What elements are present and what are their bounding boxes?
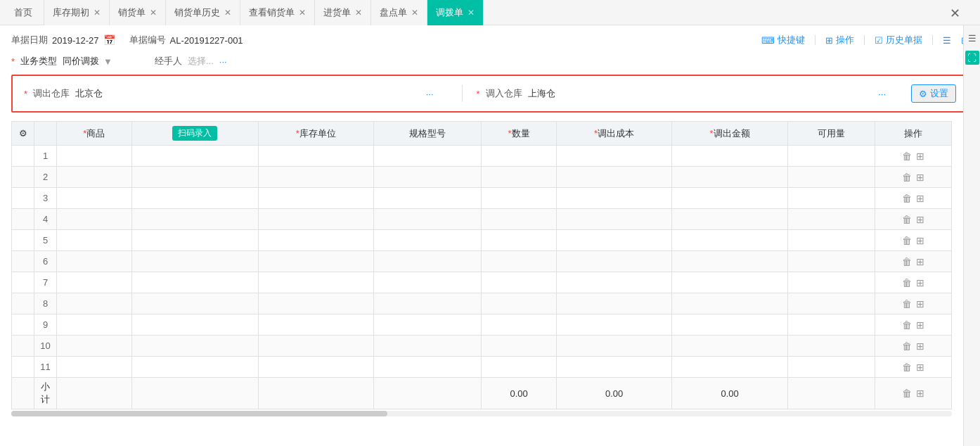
tab-transfer[interactable]: 调拨单 ✕: [427, 0, 484, 25]
tab-stocktake[interactable]: 盘点单 ✕: [371, 0, 427, 25]
row-qty[interactable]: [482, 167, 557, 188]
row-available[interactable]: [787, 188, 875, 209]
row-qty[interactable]: [482, 357, 557, 378]
delete-row-icon[interactable]: 🗑: [902, 319, 912, 331]
row-cost[interactable]: [556, 272, 671, 293]
row-available[interactable]: [787, 209, 875, 230]
tab-inventory-init[interactable]: 库存期初 ✕: [44, 0, 110, 25]
person-more-button[interactable]: ···: [219, 56, 227, 67]
copy-row-icon[interactable]: ⊞: [916, 298, 924, 310]
row-available[interactable]: [787, 251, 875, 272]
row-unit[interactable]: [258, 146, 373, 167]
row-qty[interactable]: [482, 293, 557, 314]
copy-row-icon[interactable]: ⊞: [916, 214, 924, 225]
subtotal-delete-icon[interactable]: 🗑: [902, 388, 912, 399]
row-unit[interactable]: [258, 188, 373, 209]
row-available[interactable]: [787, 272, 875, 293]
row-spec[interactable]: [374, 293, 482, 314]
row-amount[interactable]: [672, 314, 787, 336]
row-available[interactable]: [787, 336, 875, 357]
row-unit[interactable]: [258, 251, 373, 272]
row-qty[interactable]: [482, 251, 557, 272]
close-sales-history-icon[interactable]: ✕: [224, 8, 231, 18]
shortcut-button[interactable]: ⌨ 快捷键: [761, 34, 805, 46]
close-sales-order-icon[interactable]: ✕: [150, 8, 157, 18]
row-amount[interactable]: [672, 336, 787, 357]
row-available[interactable]: [787, 167, 875, 188]
close-transfer-icon[interactable]: ✕: [468, 8, 475, 18]
row-spec[interactable]: [374, 146, 482, 167]
row-qty[interactable]: [482, 209, 557, 230]
copy-row-icon[interactable]: ⊞: [916, 277, 924, 288]
subtotal-copy-icon[interactable]: ⊞: [916, 388, 924, 399]
row-amount[interactable]: [672, 209, 787, 230]
row-cost[interactable]: [556, 314, 671, 336]
row-spec[interactable]: [374, 167, 482, 188]
row-available[interactable]: [787, 357, 875, 378]
delete-row-icon[interactable]: 🗑: [902, 362, 912, 373]
close-purchase-order-icon[interactable]: ✕: [355, 8, 362, 18]
delete-row-icon[interactable]: 🗑: [902, 151, 912, 162]
copy-row-icon[interactable]: ⊞: [916, 235, 924, 246]
out-warehouse-more-button[interactable]: ···: [426, 89, 434, 99]
copy-row-icon[interactable]: ⊞: [916, 193, 924, 204]
scan-button[interactable]: 扫码录入: [172, 126, 217, 141]
row-unit[interactable]: [258, 230, 373, 251]
row-unit[interactable]: [258, 167, 373, 188]
row-cost[interactable]: [556, 230, 671, 251]
row-qty[interactable]: [482, 272, 557, 293]
row-spec[interactable]: [374, 209, 482, 230]
row-product[interactable]: [57, 146, 132, 167]
delete-row-icon[interactable]: 🗑: [902, 298, 912, 310]
row-qty[interactable]: [482, 336, 557, 357]
row-available[interactable]: [787, 146, 875, 167]
row-product[interactable]: [57, 251, 132, 272]
tab-sales-history[interactable]: 销货单历史 ✕: [166, 0, 240, 25]
row-qty[interactable]: [482, 314, 557, 336]
copy-row-icon[interactable]: ⊞: [916, 172, 924, 183]
row-spec[interactable]: [374, 336, 482, 357]
row-cost[interactable]: [556, 336, 671, 357]
layout-list-button[interactable]: ☰: [943, 35, 951, 46]
tab-home[interactable]: 首页: [3, 0, 44, 25]
row-spec[interactable]: [374, 230, 482, 251]
close-stocktake-icon[interactable]: ✕: [411, 8, 418, 18]
row-spec[interactable]: [374, 314, 482, 336]
person-placeholder[interactable]: 选择...: [188, 55, 214, 68]
row-spec[interactable]: [374, 272, 482, 293]
col-gear[interactable]: ⚙: [12, 122, 34, 146]
row-unit[interactable]: [258, 314, 373, 336]
row-unit[interactable]: [258, 209, 373, 230]
delete-row-icon[interactable]: 🗑: [902, 214, 912, 225]
row-amount[interactable]: [672, 293, 787, 314]
row-available[interactable]: [787, 293, 875, 314]
row-product[interactable]: [57, 357, 132, 378]
row-qty[interactable]: [482, 230, 557, 251]
row-product[interactable]: [57, 272, 132, 293]
biz-type-select[interactable]: 同价调拨 ▼: [63, 55, 112, 68]
row-product[interactable]: [57, 293, 132, 314]
row-amount[interactable]: [672, 188, 787, 209]
row-amount[interactable]: [672, 272, 787, 293]
row-spec[interactable]: [374, 357, 482, 378]
copy-row-icon[interactable]: ⊞: [916, 340, 924, 352]
close-inventory-init-icon[interactable]: ✕: [94, 8, 101, 18]
row-unit[interactable]: [258, 336, 373, 357]
delete-row-icon[interactable]: 🗑: [902, 172, 912, 183]
row-amount[interactable]: [672, 251, 787, 272]
row-cost[interactable]: [556, 357, 671, 378]
row-product[interactable]: [57, 188, 132, 209]
scrollbar-thumb[interactable]: [11, 411, 387, 416]
row-amount[interactable]: [672, 167, 787, 188]
sidebar-expand-icon[interactable]: ⛶: [965, 51, 979, 65]
row-spec[interactable]: [374, 251, 482, 272]
row-cost[interactable]: [556, 188, 671, 209]
row-amount[interactable]: [672, 146, 787, 167]
sidebar-list-icon[interactable]: ☰: [965, 31, 979, 45]
calendar-icon[interactable]: 📅: [103, 34, 115, 46]
row-cost[interactable]: [556, 251, 671, 272]
copy-row-icon[interactable]: ⊞: [916, 256, 924, 267]
in-warehouse-more-button[interactable]: ···: [878, 89, 886, 99]
horizontal-scrollbar[interactable]: [11, 411, 952, 416]
history-button[interactable]: ☑ 历史单据: [875, 34, 922, 46]
